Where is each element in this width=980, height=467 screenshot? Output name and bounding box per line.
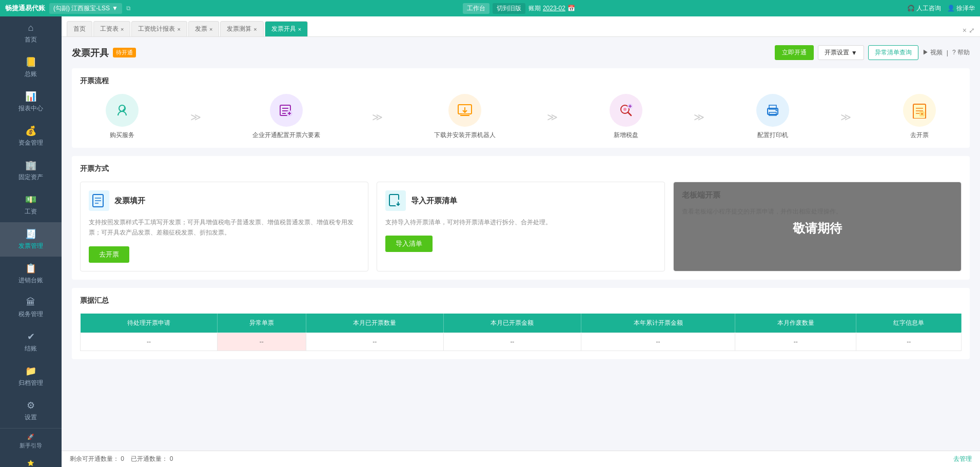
tax-icon: 🏛 xyxy=(26,297,35,308)
tab-close-icon[interactable]: × xyxy=(253,26,257,32)
remaining-value: 0 xyxy=(121,455,124,462)
svg-point-0 xyxy=(119,105,125,111)
app-logo: 畅捷通易代账 xyxy=(5,4,45,13)
sidebar-item-label: 结账 xyxy=(25,344,37,353)
methods-section: 开票方式 xyxy=(72,156,970,280)
tab-payroll[interactable]: 工资表 × xyxy=(93,21,130,36)
sidebar-item-reports[interactable]: 📊 报表中心 xyxy=(0,85,62,119)
open-now-button[interactable]: 立即开通 xyxy=(775,45,814,60)
close-all-tabs[interactable]: × ⤢ xyxy=(963,26,975,36)
sidebar-item-label: 税务管理 xyxy=(18,310,43,319)
step-icon-taxbox xyxy=(610,94,642,127)
manage-link[interactable]: 去管理 xyxy=(953,455,972,463)
method-icon-manual xyxy=(89,190,109,211)
service-button[interactable]: 🎧 人工咨询 xyxy=(907,4,941,13)
payroll-icon: 💵 xyxy=(25,194,36,205)
sidebar-item-label: 发票管理 xyxy=(18,242,43,250)
tab-close-icon[interactable]: × xyxy=(121,26,124,32)
tab-payroll-reports[interactable]: 工资统计报表 × xyxy=(131,21,187,36)
process-section-title: 开票流程 xyxy=(80,76,962,86)
page-actions: 立即开通 开票设置 ▼ 异常清单查询 ▶ 视频 | ? 帮助 xyxy=(775,45,970,60)
archive-icon: 📁 xyxy=(25,365,36,377)
tab-home[interactable]: 首页 xyxy=(67,21,92,36)
tab-close-icon[interactable]: × xyxy=(209,26,212,32)
summary-header-6: 红字信息单 xyxy=(856,314,962,333)
arrow-4: ≫ xyxy=(694,111,704,123)
summary-cell-3: -- xyxy=(443,333,581,351)
summary-header-5: 本月作废数量 xyxy=(735,314,856,333)
summary-section: 票据汇总 待处理开票申请 异常单票 本月已开票数量 本月已开票金额 本年累计开票… xyxy=(72,288,970,359)
sidebar-item-settings[interactable]: ⚙ 设置 xyxy=(0,394,62,428)
sidebar-item-label: 进销台账 xyxy=(18,276,43,285)
method-card-import: 导入开票清单 支持导入待开票清单，可对待开票清单进行拆分、合并处理。 导入清单 xyxy=(377,182,665,271)
open-settings-button[interactable]: 开票设置 ▼ xyxy=(818,45,864,60)
tab-invoices[interactable]: 发票 × xyxy=(188,21,219,36)
status-badge: 待开通 xyxy=(113,48,136,57)
tab-invoice-issue[interactable]: 发票开具 × xyxy=(265,21,308,36)
tab-close-icon[interactable]: × xyxy=(177,26,180,32)
funds-icon: 💰 xyxy=(25,125,36,137)
help-icon[interactable]: ? 帮助 xyxy=(952,48,970,57)
period-display: 账期 2023-02 📅 xyxy=(528,4,575,13)
tab-label: 首页 xyxy=(73,25,86,33)
sidebar-item-vip[interactable]: ⭐ 畅会员 xyxy=(0,455,62,467)
top-bar: 畅捷通易代账 (勾副) 江西服宝-LSS ▼ ⧉ 工作台 切到旧版 账期 202… xyxy=(0,0,980,16)
sidebar-item-label: 归档管理 xyxy=(18,379,43,387)
calendar-icon[interactable]: 📅 xyxy=(567,5,575,12)
abnormal-query-button[interactable]: 异常清单查询 xyxy=(868,45,918,60)
import-list-button[interactable]: 导入清单 xyxy=(385,236,433,252)
checkout-icon: ✔ xyxy=(27,331,35,342)
company-selector[interactable]: (勾副) 江西服宝-LSS ▼ xyxy=(49,3,122,14)
methods-grid: 发票填开 支持按照发票样式手工填写开发票；可开具增值税电子普通发票、增值税普通发… xyxy=(80,182,962,271)
sidebar-item-home[interactable]: ⌂ 首页 xyxy=(0,16,62,50)
summary-header-4: 本年累计开票金额 xyxy=(581,314,735,333)
vip-icon: ⭐ xyxy=(27,460,34,466)
sidebar-item-purchase[interactable]: 📋 进销台账 xyxy=(0,257,62,291)
sidebar-item-archive[interactable]: 📁 归档管理 xyxy=(0,359,62,394)
resize-icon: ⤢ xyxy=(969,26,975,34)
old-version-button[interactable]: 切到旧版 xyxy=(493,3,525,14)
method-card-manual: 发票填开 支持按照发票样式手工填写开发票；可开具增值税电子普通发票、增值税普通发… xyxy=(80,182,368,271)
arrow-1: ≫ xyxy=(190,111,201,123)
reports-icon: 📊 xyxy=(25,91,36,102)
step-label-issue: 去开票 xyxy=(910,131,929,140)
period-value[interactable]: 2023-02 xyxy=(543,5,565,12)
top-bar-right: 🎧 人工咨询 👤 徐泽华 xyxy=(907,4,975,13)
sidebar-item-label: 报表中心 xyxy=(18,104,43,113)
sidebar-item-checkout[interactable]: ✔ 结账 xyxy=(0,325,62,359)
methods-section-title: 开票方式 xyxy=(80,164,962,173)
summary-cell-2: -- xyxy=(306,333,443,351)
method-title-manual: 发票填开 xyxy=(114,196,145,206)
sidebar-item-payroll[interactable]: 💵 工资 xyxy=(0,188,62,222)
workspace-button[interactable]: 工作台 xyxy=(463,3,489,14)
method-card-boss: 老板端开票 查看老板端小程序提交的开票申请，并作出相应处理操作。 敬请期待 xyxy=(673,182,962,271)
bottom-bar: 剩余可开通数量： 0 已开通数量： 0 去管理 xyxy=(62,451,980,467)
go-issue-button[interactable]: 去开票 xyxy=(89,246,129,263)
assets-icon: 🏢 xyxy=(25,160,36,171)
tab-close-icon[interactable]: × xyxy=(298,26,301,32)
page-title-area: 发票开具 待开通 xyxy=(72,47,136,59)
step-label-taxbox: 新增税盘 xyxy=(614,131,638,140)
sidebar-item-guide[interactable]: 🚀 新手引导 xyxy=(0,429,62,455)
summary-header-0: 待处理开票申请 xyxy=(81,314,218,333)
sidebar-item-funds[interactable]: 💰 资金管理 xyxy=(0,119,62,153)
tab-invoice-calc[interactable]: 发票测算 × xyxy=(220,21,263,36)
step-icon-issue xyxy=(903,94,936,127)
avatar-icon: 👤 xyxy=(947,5,955,12)
method-card-header-manual: 发票填开 xyxy=(89,190,360,211)
summary-header-1: 异常单票 xyxy=(217,314,306,333)
tab-bar: 首页 工资表 × 工资统计报表 × 发票 × 发票测算 × 发票开具 × xyxy=(62,16,980,37)
page-title: 发票开具 xyxy=(72,47,109,59)
sidebar-item-ledger[interactable]: 📒 总账 xyxy=(0,50,62,85)
step-icon-config xyxy=(270,94,303,127)
sidebar-item-tax[interactable]: 🏛 税务管理 xyxy=(0,291,62,325)
video-icon[interactable]: ▶ 视频 xyxy=(923,48,943,57)
sidebar-item-invoice[interactable]: 🧾 发票管理 xyxy=(0,222,62,257)
summary-section-title: 票据汇总 xyxy=(80,296,962,305)
step-download: 下载并安装开票机器人 xyxy=(434,94,496,140)
opened-value: 0 xyxy=(170,455,173,462)
method-title-import: 导入开票清单 xyxy=(411,196,457,206)
summary-header-2: 本月已开票数量 xyxy=(306,314,443,333)
sidebar-item-assets[interactable]: 🏢 固定资产 xyxy=(0,153,62,188)
user-avatar[interactable]: 👤 徐泽华 xyxy=(947,4,975,13)
